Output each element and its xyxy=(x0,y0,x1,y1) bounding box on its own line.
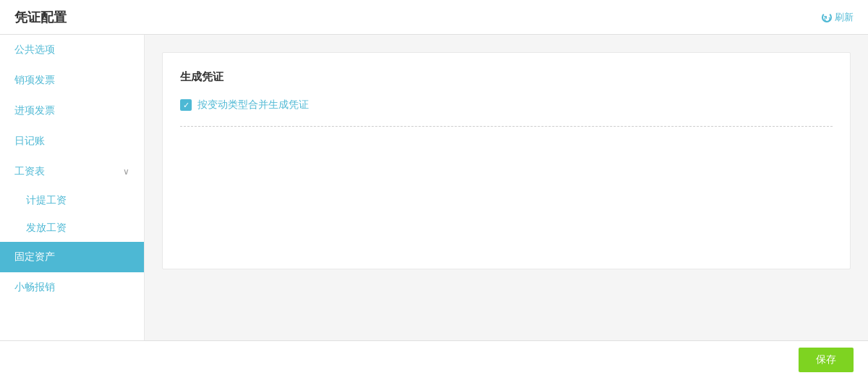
sidebar-item-label: 工资表 xyxy=(14,165,45,178)
sidebar-item-label: 公共选项 xyxy=(14,43,55,56)
sidebar-item-journal[interactable]: 日记账 xyxy=(0,126,144,156)
sidebar-item-public[interactable]: 公共选项 xyxy=(0,35,144,65)
sidebar-item-label: 进项发票 xyxy=(14,104,55,117)
sidebar-item-label: 计提工资 xyxy=(26,194,67,206)
refresh-icon: ↻ xyxy=(822,12,832,22)
sidebar-item-payroll-calc[interactable]: 计提工资 xyxy=(0,187,144,214)
chevron-down-icon: ∨ xyxy=(123,167,129,177)
sidebar-item-label: 日记账 xyxy=(14,135,45,148)
save-button[interactable]: 保存 xyxy=(799,348,854,372)
sidebar-item-label: 小畅报销 xyxy=(14,281,55,294)
sidebar-item-label: 销项发票 xyxy=(14,74,55,87)
footer: 保存 xyxy=(0,340,868,378)
refresh-label: 刷新 xyxy=(835,11,854,24)
main-content: 公共选项 销项发票 进项发票 日记账 工资表 ∨ 计提工资 发放工资 固定资 xyxy=(0,35,868,340)
page-title: 凭证配置 xyxy=(14,9,67,26)
sidebar-item-sales-invoice[interactable]: 销项发票 xyxy=(0,65,144,96)
checkmark-icon: ✓ xyxy=(183,101,190,109)
refresh-button[interactable]: ↻ 刷新 xyxy=(822,11,854,24)
sidebar-item-label: 固定资产 xyxy=(14,251,55,264)
section-divider xyxy=(180,126,833,127)
sidebar-item-payroll[interactable]: 工资表 ∨ xyxy=(0,156,144,187)
sidebar-item-payroll-pay[interactable]: 发放工资 xyxy=(0,214,144,242)
section-title: 生成凭证 xyxy=(180,70,833,84)
page-wrapper: 凭证配置 ↻ 刷新 公共选项 销项发票 进项发票 日记账 工资表 ∨ xyxy=(0,0,868,378)
content-card: 生成凭证 ✓ 按变动类型合并生成凭证 xyxy=(162,52,851,269)
sidebar-item-fixed-assets[interactable]: 固定资产 xyxy=(0,242,144,272)
content-area: 生成凭证 ✓ 按变动类型合并生成凭证 xyxy=(145,35,868,340)
header: 凭证配置 ↻ 刷新 xyxy=(0,0,868,35)
sidebar-item-label: 发放工资 xyxy=(26,222,67,233)
sidebar-item-expense[interactable]: 小畅报销 xyxy=(0,272,144,303)
checkbox-label[interactable]: 按变动类型合并生成凭证 xyxy=(197,98,309,112)
sidebar-item-purchase-invoice[interactable]: 进项发票 xyxy=(0,96,144,126)
checkbox-row: ✓ 按变动类型合并生成凭证 xyxy=(180,98,833,112)
merge-by-type-checkbox[interactable]: ✓ xyxy=(180,99,192,111)
sidebar: 公共选项 销项发票 进项发票 日记账 工资表 ∨ 计提工资 发放工资 固定资 xyxy=(0,35,145,340)
